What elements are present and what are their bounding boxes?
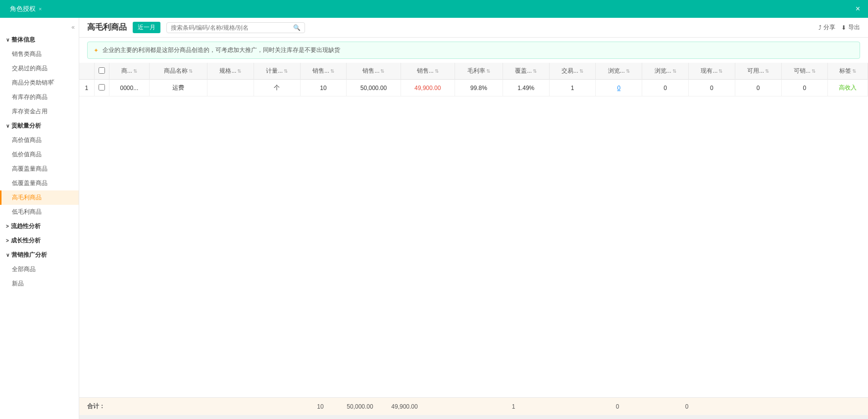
- col-label-available2: 可用...: [747, 67, 764, 75]
- nav-tab-close-角色授权[interactable]: ×: [39, 6, 42, 12]
- sidebar-item-高价值商品[interactable]: 高价值商品: [0, 133, 79, 147]
- col-label-tag: 标签: [839, 67, 851, 75]
- col-header-available2[interactable]: 可用...⇅: [735, 63, 781, 80]
- sort-icon-code[interactable]: ⇅: [133, 68, 137, 74]
- sort-icon-salesProfit[interactable]: ⇅: [435, 68, 439, 74]
- footer-cell: [273, 403, 303, 410]
- data-table: 商...⇅商品名称⇅规格...⇅计量...⇅销售...⇅销售...⇅销售...⇅…: [79, 63, 868, 96]
- cell-grossRate: 99.8%: [455, 80, 503, 96]
- info-icon: ✦: [94, 47, 99, 54]
- col-header-salesProfit[interactable]: 销售...⇅: [401, 63, 455, 80]
- cell-saleable: 0: [781, 80, 828, 96]
- cell-checkbox: [94, 80, 109, 96]
- col-header-browseCount2[interactable]: 浏览...⇅: [642, 63, 689, 80]
- sort-icon-unit[interactable]: ⇅: [284, 68, 288, 74]
- sort-icon-available1[interactable]: ⇅: [718, 68, 722, 74]
- sort-icon-coverage[interactable]: ⇅: [533, 68, 537, 74]
- footer-cell: [461, 403, 496, 410]
- data-table-wrapper[interactable]: 商...⇅商品名称⇅规格...⇅计量...⇅销售...⇅销售...⇅销售...⇅…: [79, 63, 868, 397]
- sidebar-item-高覆盖量商品[interactable]: 高覆盖量商品: [0, 162, 79, 176]
- sidebar: « ∨整体信息销售类商品交易过的商品商品分类助销率有库存的商品库存资金占用∨贡献…: [0, 18, 79, 419]
- sidebar-item-库存资金占用[interactable]: 库存资金占用: [0, 104, 79, 119]
- sort-icon-available2[interactable]: ⇅: [765, 68, 769, 74]
- sort-icon-name[interactable]: ⇅: [189, 68, 193, 74]
- search-input[interactable]: [171, 24, 293, 31]
- sort-icon-salesAmt[interactable]: ⇅: [380, 68, 384, 74]
- cell-salesQty: 10: [300, 80, 347, 96]
- bottom-scrollbar[interactable]: [79, 415, 868, 419]
- cell-tag: 高收入: [828, 80, 868, 96]
- sidebar-group-成长性分析[interactable]: >成长性分析: [0, 233, 79, 248]
- sidebar-item-商品分类助销率[interactable]: 商品分类助销率: [0, 76, 79, 90]
- sidebar-item-新品[interactable]: 新品: [0, 277, 79, 291]
- info-banner: ✦ 企业的主要的利润都是这部分商品创造的，可考虑加大推广，同时关注库存是不要出现…: [87, 42, 860, 59]
- sort-icon-browseCount1[interactable]: ⇅: [626, 68, 630, 74]
- sidebar-group-整体信息[interactable]: ∨整体信息: [0, 33, 79, 47]
- col-header-name[interactable]: 商品名称⇅: [150, 63, 207, 80]
- nav-tab-close-产成品入库单[interactable]: ×: [51, 24, 54, 30]
- nav-tab-角色授权[interactable]: 角色授权×: [4, 0, 60, 18]
- content-header: 高毛利商品 近一月 🔍 ⤴ 分享 ⬇ 导出: [79, 18, 868, 38]
- close-all-button[interactable]: ×: [852, 4, 864, 13]
- row-checkbox[interactable]: [99, 84, 105, 91]
- sidebar-item-低覆盖量商品[interactable]: 低覆盖量商品: [0, 176, 79, 190]
- col-header-index[interactable]: [79, 63, 94, 80]
- sort-icon-salesQty[interactable]: ⇅: [330, 68, 334, 74]
- col-header-checkbox[interactable]: [94, 63, 109, 80]
- table-row[interactable]: 10000...运费个1050,000.0049,900.0099.8%1.49…: [79, 80, 868, 96]
- col-label-saleable: 可销...: [794, 67, 811, 75]
- sidebar-group-营销推广分析[interactable]: ∨营销推广分析: [0, 248, 79, 262]
- header-actions: ⤴ 分享 ⬇ 导出: [818, 23, 860, 32]
- footer-bar: 合计： 1050,000.0049,900.00100: [79, 397, 868, 415]
- sidebar-item-低价值商品[interactable]: 低价值商品: [0, 147, 79, 162]
- sidebar-item-高毛利商品[interactable]: 高毛利商品: [0, 190, 79, 205]
- col-header-salesQty[interactable]: 销售...⇅: [300, 63, 347, 80]
- col-header-salesAmt[interactable]: 销售...⇅: [347, 63, 401, 80]
- sort-icon-browseCount2[interactable]: ⇅: [672, 68, 676, 74]
- cell-salesAmt: 50,000.00: [347, 80, 401, 96]
- sidebar-item-全部商品[interactable]: 全部商品: [0, 262, 79, 277]
- sort-icon-saleable[interactable]: ⇅: [812, 68, 816, 74]
- sort-icon-transaction[interactable]: ⇅: [579, 68, 583, 74]
- col-header-coverage[interactable]: 覆盖...⇅: [503, 63, 549, 80]
- col-label-browseCount2: 浏览...: [655, 67, 671, 75]
- sidebar-collapse-button[interactable]: «: [0, 22, 79, 33]
- col-header-code[interactable]: 商...⇅: [109, 63, 150, 80]
- col-header-grossRate[interactable]: 毛利率⇅: [455, 63, 503, 80]
- col-header-unit[interactable]: 计量...⇅: [254, 63, 300, 80]
- col-label-unit: 计量...: [266, 67, 283, 75]
- footer-cell: 49,900.00: [382, 403, 427, 410]
- sort-icon-grossRate[interactable]: ⇅: [486, 68, 490, 74]
- footer-cell: [565, 403, 600, 410]
- nav-tab-close-商品分析列表[interactable]: ×: [51, 77, 54, 83]
- col-header-tag[interactable]: 标签⇅: [828, 63, 868, 80]
- col-label-transaction: 交易...: [562, 67, 578, 75]
- cell-name[interactable]: 运费: [150, 80, 207, 96]
- sidebar-group-流趋性分析[interactable]: >流趋性分析: [0, 219, 79, 233]
- info-banner-text: 企业的主要的利润都是这部分商品创造的，可考虑加大推广，同时关注库存是不要出现缺货: [102, 46, 340, 54]
- nav-tab-close-单据模板设置[interactable]: ×: [51, 42, 54, 47]
- col-header-browseCount1[interactable]: 浏览...⇅: [596, 63, 642, 80]
- col-header-transaction[interactable]: 交易...⇅: [549, 63, 596, 80]
- sidebar-group-贡献量分析[interactable]: ∨贡献量分析: [0, 119, 79, 133]
- cell-browseCount2: 0: [642, 80, 689, 96]
- select-all-checkbox[interactable]: [99, 67, 105, 74]
- col-header-available1[interactable]: 现有...⇅: [688, 63, 735, 80]
- search-icon[interactable]: 🔍: [293, 24, 301, 31]
- cell-browseCount1[interactable]: 0: [596, 80, 642, 96]
- sort-icon-spec[interactable]: ⇅: [237, 68, 241, 74]
- cell-unit: 个: [254, 80, 300, 96]
- sidebar-item-低毛利商品[interactable]: 低毛利商品: [0, 205, 79, 219]
- search-bar: 🔍: [166, 22, 305, 33]
- share-button[interactable]: ⤴ 分享: [818, 23, 835, 32]
- col-header-saleable[interactable]: 可销...⇅: [781, 63, 828, 80]
- sort-icon-tag[interactable]: ⇅: [852, 68, 856, 74]
- page-title: 高毛利商品: [87, 22, 127, 33]
- nav-tab-close-商品分析[interactable]: ×: [39, 59, 42, 65]
- col-header-spec[interactable]: 规格...⇅: [207, 63, 254, 80]
- sidebar-item-有库存的商品[interactable]: 有库存的商品: [0, 90, 79, 104]
- sidebar-content: ∨整体信息销售类商品交易过的商品商品分类助销率有库存的商品库存资金占用∨贡献量分…: [0, 33, 79, 291]
- export-button[interactable]: ⬇ 导出: [841, 23, 860, 32]
- date-filter-button[interactable]: 近一月: [133, 22, 160, 33]
- footer-cell: 0: [669, 403, 704, 410]
